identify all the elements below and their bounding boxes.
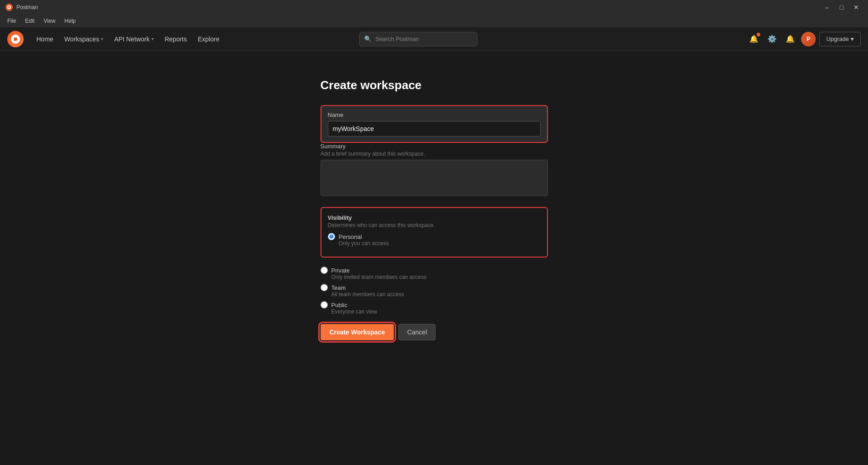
option-team: Team All team members can access bbox=[321, 284, 548, 298]
window-controls: – □ ✕ bbox=[821, 2, 863, 12]
nav-bar: Home Workspaces ▾ API Network ▾ Reports … bbox=[0, 27, 868, 51]
svg-point-2 bbox=[8, 6, 10, 8]
logo-inner bbox=[11, 35, 20, 44]
option-personal: Personal Only you can access bbox=[328, 233, 541, 247]
form-buttons: Create Workspace Cancel bbox=[321, 324, 548, 340]
search-icon: 🔍 bbox=[364, 35, 371, 42]
team-radio[interactable] bbox=[321, 284, 328, 291]
nav-home[interactable]: Home bbox=[31, 33, 59, 45]
title-bar: Postman – □ ✕ bbox=[0, 0, 868, 15]
postman-logo[interactable] bbox=[7, 31, 24, 47]
nav-reports[interactable]: Reports bbox=[159, 33, 192, 45]
menu-file[interactable]: File bbox=[4, 16, 20, 25]
cancel-button[interactable]: Cancel bbox=[398, 324, 436, 340]
summary-group: Summary Add a brief summary about this w… bbox=[321, 143, 548, 198]
bell-button[interactable]: 🔔 bbox=[783, 32, 798, 46]
chevron-down-icon: ▾ bbox=[101, 36, 103, 41]
close-button[interactable]: ✕ bbox=[850, 2, 863, 12]
public-label: Public bbox=[331, 302, 347, 308]
visibility-extra-options: Private Only invited team members can ac… bbox=[321, 267, 548, 315]
team-label: Team bbox=[331, 284, 346, 291]
visibility-hint: Determines who can access this workspace… bbox=[328, 222, 541, 228]
personal-radio-row: Personal bbox=[328, 233, 541, 240]
search-container[interactable]: 🔍 Search Postman bbox=[359, 32, 477, 46]
team-radio-row: Team bbox=[321, 284, 548, 291]
chevron-down-icon: ▾ bbox=[151, 36, 154, 41]
nav-api-network[interactable]: API Network ▾ bbox=[109, 33, 159, 45]
app-title: Postman bbox=[16, 4, 38, 10]
private-desc: Only invited team members can access bbox=[331, 274, 548, 280]
private-radio[interactable] bbox=[321, 267, 328, 274]
visibility-bordered-group: Visibility Determines who can access thi… bbox=[321, 207, 548, 258]
search-placeholder: Search Postman bbox=[375, 35, 419, 42]
nav-right: 🔔 ⚙️ 🔔 P Upgrade ▾ bbox=[747, 32, 861, 46]
personal-radio[interactable] bbox=[328, 233, 335, 240]
notifications-button[interactable]: 🔔 bbox=[747, 32, 761, 46]
page-title: Create workspace bbox=[321, 78, 548, 92]
summary-label: Summary bbox=[321, 143, 548, 150]
menu-view[interactable]: View bbox=[40, 16, 59, 25]
create-workspace-form: Create workspace Name Summary Add a brie… bbox=[321, 78, 548, 340]
private-radio-row: Private bbox=[321, 267, 548, 274]
public-radio[interactable] bbox=[321, 301, 328, 308]
name-field-group: Name bbox=[321, 105, 548, 143]
title-bar-left: Postman bbox=[5, 4, 38, 11]
public-radio-row: Public bbox=[321, 301, 548, 308]
private-label: Private bbox=[331, 267, 350, 274]
minimize-button[interactable]: – bbox=[821, 2, 833, 12]
summary-hint: Add a brief summary about this workspace… bbox=[321, 151, 548, 157]
logo-dot bbox=[14, 37, 17, 41]
maximize-button[interactable]: □ bbox=[835, 2, 848, 12]
menu-help[interactable]: Help bbox=[61, 16, 80, 25]
upgrade-button[interactable]: Upgrade ▾ bbox=[819, 32, 861, 46]
search-box[interactable]: 🔍 Search Postman bbox=[359, 32, 477, 46]
option-private: Private Only invited team members can ac… bbox=[321, 267, 548, 280]
nav-explore[interactable]: Explore bbox=[192, 33, 225, 45]
name-label: Name bbox=[328, 111, 541, 118]
summary-textarea[interactable] bbox=[321, 160, 548, 196]
public-desc: Everyone can view bbox=[331, 308, 548, 315]
menu-edit[interactable]: Edit bbox=[21, 16, 38, 25]
visibility-title: Visibility bbox=[328, 214, 541, 221]
name-input[interactable] bbox=[328, 121, 541, 136]
create-workspace-button[interactable]: Create Workspace bbox=[321, 324, 394, 340]
nav-workspaces[interactable]: Workspaces ▾ bbox=[59, 33, 109, 45]
notification-badge bbox=[757, 33, 760, 36]
user-avatar[interactable]: P bbox=[801, 32, 816, 46]
option-public: Public Everyone can view bbox=[321, 301, 548, 315]
app-icon bbox=[5, 4, 13, 11]
chevron-down-icon: ▾ bbox=[851, 35, 854, 42]
main-content: Create workspace Name Summary Add a brie… bbox=[0, 51, 868, 465]
team-desc: All team members can access bbox=[331, 291, 548, 298]
menu-bar: File Edit View Help bbox=[0, 15, 868, 27]
personal-desc: Only you can access bbox=[339, 240, 541, 247]
personal-label: Personal bbox=[339, 233, 362, 240]
settings-button[interactable]: ⚙️ bbox=[765, 32, 779, 46]
